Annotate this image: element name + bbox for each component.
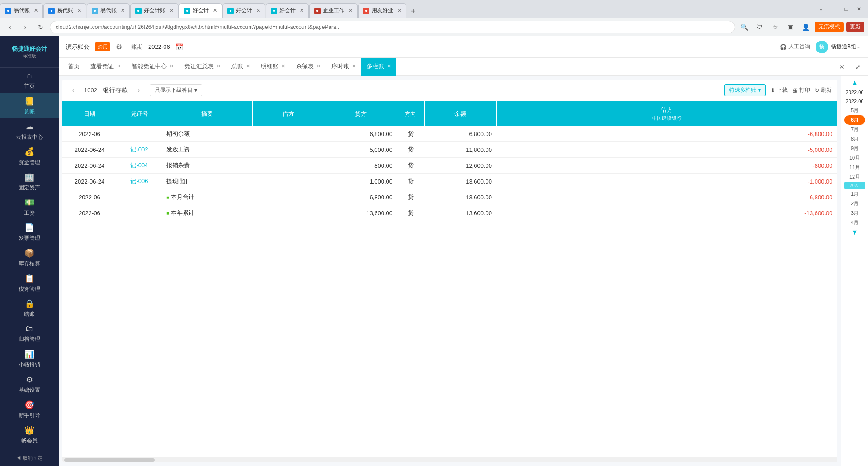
content-tab-summary[interactable]: 凭证汇总表✕ [179, 58, 226, 76]
update-button[interactable]: 更新 [846, 22, 864, 32]
voucher-link[interactable]: 记-004 [130, 162, 148, 169]
forward-button[interactable]: › [19, 21, 32, 33]
browser-tab-t8[interactable]: ● 企业工作 ✕ [309, 3, 358, 18]
tab-close-button[interactable]: ✕ [256, 8, 260, 14]
tab-close-icon[interactable]: ✕ [352, 63, 356, 69]
sidebar-item-guide[interactable]: 🎯 新手引导 [0, 397, 59, 422]
tab-close-button[interactable]: ✕ [397, 8, 401, 14]
timeline-month-2023[interactable]: 1月 [844, 189, 865, 199]
voucher-link[interactable]: 记-006 [130, 178, 148, 184]
tab-list-button[interactable]: ⌄ [816, 4, 826, 14]
content-tab-balance[interactable]: 余额表✕ [291, 58, 326, 76]
consult-button[interactable]: 🎧 人工咨询 [780, 43, 810, 51]
browser-tab-t9[interactable]: ● 用友好业 ✕ [358, 3, 406, 18]
sidebar-item-member[interactable]: 👑 畅会员 [0, 422, 59, 447]
sidebar-item-archive[interactable]: 🗂 归档管理 [0, 321, 59, 346]
timeline-month-2023[interactable]: 2月 [844, 199, 865, 208]
incognito-mode-button[interactable]: 无痕模式 [815, 22, 844, 32]
tab-close-icon[interactable]: ✕ [217, 63, 221, 69]
timeline-down-button[interactable]: ▼ [850, 227, 859, 237]
minimize-button[interactable]: — [828, 4, 839, 14]
timeline-month[interactable]: 10月 [844, 153, 865, 163]
timeline-month[interactable]: 6月 [844, 115, 865, 125]
tab-close-icon[interactable]: ✕ [117, 63, 121, 69]
browser-tab-t7[interactable]: ● 好会计 ✕ [266, 3, 309, 18]
content-tab-voucher[interactable]: 查看凭证✕ [85, 58, 126, 76]
timeline-month[interactable]: 9月 [844, 144, 865, 153]
content-tab-home[interactable]: 首页 [62, 58, 85, 76]
expand-icon[interactable]: ⤢ [852, 61, 864, 73]
new-tab-button[interactable]: + [407, 5, 420, 18]
account-next-button[interactable]: › [133, 85, 144, 96]
tab-close-icon[interactable]: ✕ [170, 63, 174, 69]
timeline-month[interactable]: 12月 [844, 172, 865, 182]
voucher-link[interactable]: 记-002 [130, 146, 148, 153]
sidebar-item-settings[interactable]: ⚙ 基础设置 [0, 372, 59, 397]
user-profile-button[interactable]: 👤 [799, 21, 812, 33]
horizontal-scrollbar[interactable] [62, 457, 837, 462]
sidebar-item-cloud[interactable]: ☁ 云报表中心 [0, 118, 59, 144]
browser-tab-t1[interactable]: ● 易代账 ✕ [0, 3, 43, 18]
sidebar-item-invoice[interactable]: 📄 发票管理 [0, 220, 59, 245]
browser-tab-t4[interactable]: ● 好会计账 ✕ [130, 3, 179, 18]
filter-dropdown[interactable]: 只显示下级科目 ▾ [150, 84, 202, 96]
ledger-table-container[interactable]: 日期 凭证号 摘要 借方 [62, 101, 837, 457]
content-tab-sequence[interactable]: 序时账✕ [326, 58, 361, 76]
tab-close-button[interactable]: ✕ [349, 8, 353, 14]
address-input[interactable]: cloud2.chanjet.com/accounting/uh26t264j5… [50, 21, 735, 33]
print-button[interactable]: 🖨 打印 [792, 86, 810, 94]
browser-tab-t3[interactable]: ● 易代账 ✕ [87, 3, 130, 18]
back-button[interactable]: ‹ [4, 21, 16, 33]
sidebar-pin-button[interactable]: ◀ 取消固定 [0, 450, 59, 466]
sidebar-item-report[interactable]: 📊 小畅报销 [0, 346, 59, 372]
sidebar-item-finance[interactable]: 💰 资金管理 [0, 144, 59, 169]
browser-tab-t5[interactable]: ● 好会计 ✕ [179, 3, 222, 18]
download-button[interactable]: ⬇ 下载 [770, 86, 788, 94]
sidebar-item-assets[interactable]: 🏢 固定资产 [0, 169, 59, 194]
sidebar-item-home[interactable]: ⌂ 首页 [0, 68, 59, 93]
timeline-month-2023[interactable]: 3月 [844, 208, 865, 218]
star-icon[interactable]: ☆ [769, 21, 781, 33]
timeline-month[interactable]: 7月 [844, 125, 865, 134]
browser-tab-t2[interactable]: ● 易代账 ✕ [43, 3, 86, 18]
sidebar-item-salary[interactable]: 💵 工资 [0, 194, 59, 220]
timeline-month[interactable]: 8月 [844, 134, 865, 144]
reload-button[interactable]: ↻ [34, 21, 47, 33]
timeline-month[interactable]: 11月 [844, 163, 865, 172]
timeline-month-2023[interactable]: 4月 [844, 218, 865, 227]
sidebar-item-close[interactable]: 🔒 结账 [0, 296, 59, 321]
collapse-icon[interactable]: ✕ [835, 61, 848, 73]
sidebar-item-inventory[interactable]: 📦 库存核算 [0, 245, 59, 270]
account-prev-button[interactable]: ‹ [68, 85, 79, 96]
special-multicolumn-button[interactable]: 特殊多栏账 ▾ [724, 84, 766, 96]
content-tab-multicolumn[interactable]: 多栏账✕ [361, 58, 396, 76]
content-tab-detail[interactable]: 明细账✕ [255, 58, 291, 76]
sidebar-toggle-button[interactable]: ▣ [784, 21, 797, 33]
col-summary: 摘要 [162, 101, 252, 126]
timeline-up-button[interactable]: ▲ [850, 78, 859, 88]
tab-close-button[interactable]: ✕ [170, 8, 174, 14]
content-tab-general[interactable]: 总账✕ [226, 58, 255, 76]
tab-close-icon[interactable]: ✕ [387, 63, 391, 69]
search-icon[interactable]: 🔍 [738, 21, 750, 33]
shield-icon[interactable]: 🛡 [753, 21, 766, 33]
tab-close-icon[interactable]: ✕ [316, 63, 321, 69]
close-window-button[interactable]: ✕ [854, 4, 864, 14]
tab-close-button[interactable]: ✕ [77, 8, 81, 14]
browser-tab-t6[interactable]: ● 好会计 ✕ [222, 3, 265, 18]
sidebar-item-ledger[interactable]: 📒 总账 [0, 93, 59, 118]
tab-close-button[interactable]: ✕ [34, 8, 38, 14]
tab-close-button[interactable]: ✕ [121, 8, 125, 14]
tab-close-button[interactable]: ✕ [300, 8, 304, 14]
scroll-thumb[interactable] [64, 458, 155, 462]
timeline-month[interactable]: 5月 [844, 106, 865, 115]
tab-close-button[interactable]: ✕ [213, 8, 217, 14]
calendar-icon[interactable]: 📅 [175, 43, 183, 51]
refresh-button[interactable]: ↻ 刷新 [815, 86, 832, 94]
content-tab-smart[interactable]: 智能凭证中心✕ [126, 58, 179, 76]
sidebar-item-tax[interactable]: 📋 税务管理 [0, 270, 59, 296]
tab-close-icon[interactable]: ✕ [246, 63, 250, 69]
gear-icon[interactable]: ⚙ [116, 42, 122, 51]
maximize-button[interactable]: □ [841, 4, 852, 14]
tab-close-icon[interactable]: ✕ [281, 63, 285, 69]
